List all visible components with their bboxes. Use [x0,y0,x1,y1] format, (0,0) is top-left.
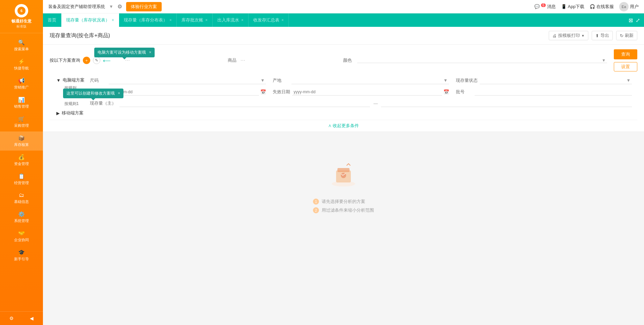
size-label: 尺码 [90,77,107,84]
expire-date-cal-icon[interactable]: 📅 [443,89,449,95]
tab-inventory-status[interactable]: 现存量（库存状况表） × [61,13,119,27]
collapse-arrow: ∧ [328,123,332,128]
tooltip-scheme-close[interactable]: × [149,50,151,55]
main-content: 现存量查询(按仓库+商品) 🖨 按模板打印 ▼ ⬆ 导出 ↻ 刷新 按以下方案查… [43,27,644,325]
user-avatar: Ea [619,2,629,11]
filter-row-1: 尺码 ▼ 产地 ▼ 现存量状态 ▼ [90,75,632,86]
expire-date-input[interactable] [292,89,442,96]
add-scheme-btn[interactable]: ＋ [83,57,90,64]
tab-batch-account[interactable]: 库存批次账 × [177,13,213,27]
user-btn[interactable]: Ea 用户 [619,2,639,11]
origin-select[interactable]: ▼ [291,77,449,84]
online-support-btn[interactable]: 🎧 在线客服 [590,4,614,10]
marketing-icon: 📢 [18,77,25,84]
tab-inventory-dist[interactable]: 现存量（库存分布表） × [119,13,177,27]
batch-field: 批号 [456,88,632,96]
goods-menu-btn[interactable]: ⋯ [239,58,247,63]
collapse-bar[interactable]: ∧ 收起更多条件 [50,120,637,131]
expire-date-field: 失效日期 📅 [273,88,449,96]
tab-inventory-status-close[interactable]: × [112,18,114,22]
sidebar-item-management[interactable]: 📋 经营管理 [0,170,43,189]
export-btn[interactable]: ⬆ 导出 [592,31,613,40]
tab-inventory-dist-label: 现存量（库存分布表） [124,17,167,23]
sidebar-item-label: 库存核算 [14,142,29,147]
sidebar-item-assets[interactable]: 💰 资金管理 [0,151,43,170]
header-settings-icon[interactable]: ⚙ [117,3,122,10]
batch-input[interactable] [475,88,632,96]
print-arrow: ▼ [581,34,585,38]
tabs-maximize-btn[interactable]: ⊠ [629,17,633,23]
sales-icon: 📊 [18,97,25,103]
sidebar-item-label: 搜索菜单 [14,47,29,52]
sidebar-item-inventory[interactable]: 📦 库存核算 [0,131,43,151]
scheme-mobile-label: 移动端方案 [62,110,84,116]
refresh-btn[interactable]: ↻ 刷新 [616,31,637,40]
expire-date-label: 失效日期 [273,89,290,95]
system-select-arrow[interactable]: ▼ [109,4,113,9]
color-field[interactable]: ▼ [357,58,607,63]
avatar-initials: Ea [622,5,626,9]
print-btn[interactable]: 🖨 按模板打印 ▼ [549,31,588,40]
produce-date-input[interactable] [109,89,259,96]
scheme-mobile[interactable]: ▶ 移动端方案 [56,109,85,117]
produce-date-cal-icon[interactable]: 📅 [260,89,266,95]
sidebar-collapse-btn[interactable]: ◀ [30,316,34,321]
size-select[interactable]: ▼ [109,77,266,84]
stock-status-select[interactable]: ▼ [480,77,632,84]
edit-scheme-btn[interactable]: ✎ [93,57,100,64]
messages-btn[interactable]: 💬 6 消息 [534,4,556,10]
tab-inventory-dist-close[interactable]: × [169,18,172,22]
collapse-label: 收起更多条件 [333,123,359,128]
sidebar-item-label: 销售管理 [14,104,29,109]
online-support-label: 在线客服 [596,4,614,10]
tab-receive-summary[interactable]: 收发存汇总表 × [249,13,289,27]
sidebar-settings-btn[interactable]: ⚙ [9,316,14,321]
scheme-desktop-arrow: ▼ [56,78,61,83]
scheme-sub-2-text: 按规则1 [64,101,79,107]
svg-text:6: 6 [20,9,22,13]
tooltip-create-close[interactable]: × [118,91,120,96]
scheme-desktop[interactable]: ▼ 电脑端方案 [56,76,85,84]
set-btn[interactable]: 设置 [614,62,637,71]
empty-tip-2: 2 用过滤条件来缩小分析范围 [313,207,374,213]
sidebar-item-system[interactable]: ⚙️ 系统管理 [0,208,43,227]
filter-row-3: 现存量（主） — [90,98,632,109]
sidebar-item-guide[interactable]: 🎓 新手引导 [0,246,43,265]
sidebar-item-search[interactable]: 🔍 搜索菜单 [0,36,43,55]
sidebar-item-label: 资金管理 [14,161,29,166]
tab-inout-flow-close[interactable]: × [241,18,244,22]
tip-num-1: 1 [313,199,319,205]
inventory-icon: 📦 [18,135,25,141]
sidebar-item-quick-nav[interactable]: ⚡ 快捷导航 [0,55,43,74]
page-title: 现存量查询(按仓库+商品) [50,32,110,39]
messages-label: 消息 [547,4,556,10]
stock-main-from[interactable] [119,100,370,107]
back-scheme-btn[interactable]: ⟵ [103,57,110,64]
sidebar-item-enterprise[interactable]: 🤝 企业协同 [0,227,43,246]
sidebar-item-sales[interactable]: 📊 销售管理 [0,93,43,112]
create-scheme-tooltip: 这里可以创建和修改方案哦 × [63,89,123,98]
app-download-btn[interactable]: 📱 App下载 [561,4,584,10]
tab-home[interactable]: 首页 [43,13,61,27]
user-label: 用户 [630,4,639,10]
svg-line-8 [347,164,348,165]
tab-receive-summary-close[interactable]: × [281,18,284,22]
industry-btn[interactable]: 体验行业方案 [126,2,162,11]
sidebar-item-marketing[interactable]: 📢 营销推广 [0,74,43,93]
sidebar-item-purchase[interactable]: 🛒 采购管理 [0,112,43,131]
query-btn-group: 查询 设置 [614,49,637,71]
tabs-fullscreen-btn[interactable]: ⤢ [636,17,640,23]
query-btn[interactable]: 查询 [614,49,637,59]
sidebar-logo: 6 畅通好生意 标准版 [0,0,43,33]
stock-main-to[interactable] [381,100,632,107]
tab-inout-flow[interactable]: 出入库流水 × [213,13,249,27]
filter-row-header: 按以下方案查询 ＋ ✎ ⟵ 电脑方案可设为移动方案哦 × ⋯ 商品 ⋯ 颜色 ▼… [50,49,637,71]
scheme-sub-2[interactable]: 按规则1 [56,100,85,108]
empty-illustration [327,159,360,193]
header-right: 💬 6 消息 📱 App下载 🎧 在线客服 Ea 用户 [534,2,639,11]
tab-batch-account-close[interactable]: × [205,18,208,22]
header-left: 装备及固定资产辅助管理系统 ▼ ⚙ 体验行业方案 [48,2,162,11]
sidebar-item-label: 系统管理 [14,218,29,223]
sidebar-item-basic[interactable]: 🗂 基础信息 [0,189,43,208]
sidebar-item-label: 新手引导 [14,257,29,262]
